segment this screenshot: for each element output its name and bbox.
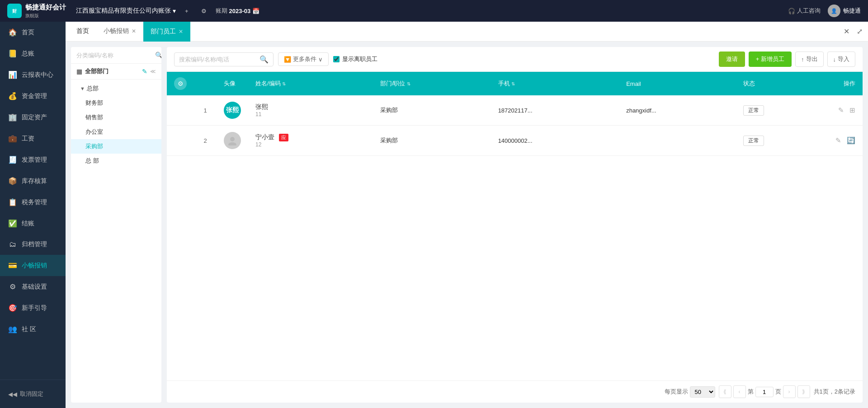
tab-dept-close[interactable]: ✕ [179,28,183,35]
dept-edit-icon[interactable]: ✎ [142,68,147,75]
sidebar-item-expense[interactable]: 💳 小畅报销 [0,255,66,276]
import-button[interactable]: ↓ 导入 [827,52,856,67]
tab-expense[interactable]: 小畅报销 ✕ [96,22,143,42]
dept-node-caiwu[interactable]: 财务部 [71,96,161,110]
cancel-fixed-label: 取消固定 [20,390,43,398]
sidebar-item-assets-mgmt[interactable]: 💰 资金管理 [0,85,66,107]
sidebar-item-reports[interactable]: 📊 云报表中心 [0,64,66,85]
sidebar-item-payroll[interactable]: 💼 工资 [0,128,66,149]
th-dept-pos[interactable]: 部门/职位 ⇅ [373,72,491,95]
show-resigned-checkbox[interactable] [333,56,340,62]
company-name[interactable]: 江西服宝精品有限责任公司内账张 ▾ [76,7,176,15]
page-number-input[interactable] [755,387,774,397]
app-edition: 旗舰版 [25,13,66,19]
delete-icon-2[interactable]: 🔄 [847,136,855,145]
row-num-2: 2 [194,126,217,156]
avatar-ningxiaoyi [224,132,241,149]
page-content: 🔍 ▦ 全部部门 ✎ ≪ ▼ 总部 财务部 [66,42,868,408]
dept-node-zongbu[interactable]: ▼ 总部 [71,81,161,96]
tab-dept-employee[interactable]: 部门员工 ✕ [143,22,190,42]
last-page-button[interactable]: ⟫ [797,385,810,398]
dept-panel: 🔍 ▦ 全部部门 ✎ ≪ ▼ 总部 财务部 [71,47,161,403]
table-row: 2 宁小壹 应 [167,126,863,156]
edit-icon-1[interactable]: ✎ [838,106,844,114]
sidebar-item-settings[interactable]: ⚙ 基础设置 [0,276,66,297]
row-email-2 [619,126,736,156]
logout-icon-1[interactable]: ⊞ [849,106,855,114]
per-page-dropdown[interactable]: 50 10 20 100 [690,386,715,398]
expense-icon: 💳 [8,261,17,270]
dept-search-input[interactable] [76,52,152,59]
next-page-button[interactable]: › [783,385,796,398]
sidebar-item-ledger[interactable]: 📒 总账 [0,43,66,64]
sidebar-label-inventory: 库存核算 [22,177,47,185]
accounting-period: 账期 2023-03 📅 [216,7,260,15]
sidebar-item-settlement[interactable]: ✅ 结账 [0,213,66,234]
settings-button[interactable]: ⚙ [198,6,210,16]
service-button[interactable]: 🎧 人工咨询 [788,7,821,15]
row-checkbox-cell [167,95,194,126]
employee-panel: 🔍 🔽 更多条件 ∨ 显示离职员工 邀请 + 新增员工 [167,47,863,403]
tab-expense-close[interactable]: ✕ [132,28,136,34]
user-info[interactable]: 👤 畅捷通 [828,5,861,17]
total-records: 共1页，2条记录 [814,388,855,396]
sidebar-label-home: 首页 [22,28,34,37]
sidebar-item-archive[interactable]: 🗂 归档管理 [0,234,66,255]
add-employee-button[interactable]: + 新增员工 [749,52,792,67]
sidebar-item-partners[interactable]: 👥 社 区 [0,319,66,340]
partners-icon: 👥 [8,325,17,333]
sidebar-item-tax[interactable]: 📋 税务管理 [0,192,66,213]
row-actions-1: ✎ ⊞ [808,95,863,126]
tab-home-label: 首页 [76,27,89,35]
first-page-button[interactable]: ⟪ [719,385,731,398]
prev-page-button[interactable]: ‹ [733,385,746,398]
cancel-fixed-button[interactable]: ◀◀ 取消固定 [0,385,66,403]
import-icon: ↓ [833,56,836,63]
dept-node-caigou[interactable]: 采购部 [71,139,161,154]
search-icon[interactable]: 🔍 [259,55,269,64]
add-company-button[interactable]: + [181,6,192,16]
table-settings-icon[interactable]: ⚙ [174,77,187,90]
show-resigned-label[interactable]: 显示离职员工 [333,55,377,63]
dept-search-icon[interactable]: 🔍 [155,52,161,59]
employee-search-box: 🔍 [174,52,274,66]
calendar-icon[interactable]: 📅 [252,8,259,14]
employee-search-input[interactable] [179,56,257,63]
tab-close-all-button[interactable]: ✕ [842,25,851,38]
tab-dept-label: 部门员工 [151,28,176,36]
ledger-icon: 📒 [8,49,17,58]
more-filter-button[interactable]: 🔽 更多条件 ∨ [278,52,329,66]
dept-tree: ▼ 总部 财务部 销售部 办公室 采购部 [71,80,161,403]
period-value[interactable]: 2023-03 [229,8,251,14]
export-button[interactable]: ↑ 导出 [795,52,824,67]
row-phone-1: 187202117... [491,95,619,126]
sidebar-item-fixed-assets[interactable]: 🏢 固定资产 [0,107,66,128]
tab-home[interactable]: 首页 [69,22,96,42]
tab-maximize-button[interactable]: ⤢ [855,25,864,38]
dept-node-zongbu2[interactable]: 总 部 [71,154,161,168]
edit-icon-2[interactable]: ✎ [835,136,841,145]
emp-tag-2: 应 [279,134,288,141]
dept-label: 办公室 [85,128,103,136]
status-badge-1: 正常 [743,105,764,116]
th-name-code[interactable]: 姓名/编码 ⇅ [248,72,373,95]
th-status: 状态 [736,72,808,95]
all-depts-label[interactable]: 全部部门 [85,67,139,75]
invite-button[interactable]: 邀请 [719,52,745,67]
sidebar-item-guide[interactable]: 🎯 新手引导 [0,297,66,319]
dept-label: 总部 [87,84,99,93]
sidebar-label-fixed-assets: 固定资产 [22,113,47,122]
dept-node-xiaoshou[interactable]: 销售部 [71,110,161,125]
sidebar-item-inventory[interactable]: 📦 库存核算 [0,170,66,192]
dept-node-bangongshi[interactable]: 办公室 [71,125,161,139]
pagination: 每页显示 50 10 20 100 ⟪ ‹ 第 页 [167,380,863,403]
th-phone[interactable]: 手机 ⇅ [491,72,619,95]
dept-header: ▦ 全部部门 ✎ ≪ [71,64,161,80]
sidebar-item-invoice[interactable]: 🧾 发票管理 [0,149,66,170]
filter-icon: 🔽 [284,56,291,63]
dept-collapse-icon[interactable]: ≪ [150,68,156,75]
inventory-icon: 📦 [8,177,17,185]
filter-label: 更多条件 [293,55,316,63]
expand-icon: ▼ [80,86,85,91]
sidebar-item-home[interactable]: 🏠 首页 [0,22,66,43]
